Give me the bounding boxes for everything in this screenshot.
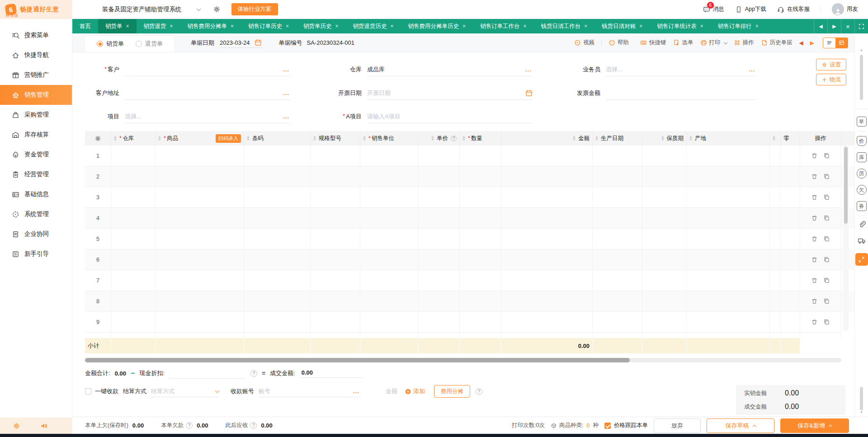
history-docs-button[interactable]: 历史单据: [761, 39, 793, 47]
invoice-date-input[interactable]: 开票日期: [367, 86, 533, 100]
cell[interactable]: [781, 208, 800, 229]
column-header-零[interactable]: 零: [781, 131, 800, 146]
cell[interactable]: [593, 229, 642, 249]
question-circle-icon[interactable]: ?: [451, 136, 457, 141]
row-actions[interactable]: [800, 270, 841, 291]
scroll-up-icon[interactable]: ▲: [860, 48, 863, 52]
rail-history-button[interactable]: 历: [857, 169, 867, 179]
warehouse-input[interactable]: 成品库...: [367, 63, 533, 76]
tab-销货单[interactable]: 销货单×: [98, 19, 137, 33]
cell[interactable]: [244, 146, 311, 166]
cell[interactable]: [593, 270, 642, 291]
logistics-button[interactable]: 物流: [816, 74, 846, 85]
help-button[interactable]: ?帮助: [609, 39, 629, 47]
sort-caret-icon[interactable]: [158, 136, 161, 141]
rail-coupon-button[interactable]: 券: [857, 201, 867, 211]
row-actions[interactable]: [800, 187, 841, 208]
cell[interactable]: [593, 208, 642, 229]
cell[interactable]: [642, 208, 687, 229]
cell[interactable]: [244, 166, 311, 187]
cell[interactable]: [770, 312, 781, 333]
cell[interactable]: [770, 146, 781, 166]
cell[interactable]: [311, 270, 360, 291]
cell[interactable]: [642, 166, 687, 187]
row-actions[interactable]: [800, 312, 841, 333]
cell[interactable]: [244, 291, 311, 312]
sort-caret-icon[interactable]: [595, 136, 598, 141]
cell[interactable]: [311, 312, 360, 333]
ellipsis-picker-icon[interactable]: ...: [749, 66, 756, 73]
cell[interactable]: [642, 229, 687, 249]
column-header-操作[interactable]: 操作: [800, 131, 841, 146]
cell[interactable]: [156, 249, 244, 270]
column-header-单价[interactable]: 单价?: [418, 131, 460, 146]
tab-钱货日清对账[interactable]: 钱货日清对账×: [594, 19, 650, 33]
column-header-销售单位[interactable]: *销售单位: [360, 131, 418, 146]
cell[interactable]: [642, 249, 687, 270]
cell[interactable]: [360, 187, 418, 208]
cell[interactable]: [687, 270, 770, 291]
row-actions[interactable]: [800, 146, 841, 166]
cell[interactable]: [111, 229, 156, 249]
cash-discount-input[interactable]: [169, 368, 246, 379]
cell[interactable]: [360, 249, 418, 270]
cell[interactable]: [781, 291, 800, 312]
discard-button[interactable]: 放弃: [654, 418, 701, 433]
copy-row-icon[interactable]: [823, 319, 830, 325]
cell[interactable]: [360, 270, 418, 291]
column-header-仓库[interactable]: *仓库: [111, 131, 156, 146]
sidebar-item-销售管理[interactable]: $销售管理: [0, 85, 72, 105]
cell[interactable]: [781, 312, 800, 333]
sidebar-item-系统管理[interactable]: 系统管理: [0, 204, 72, 224]
cell[interactable]: [311, 208, 360, 229]
column-header-商品[interactable]: *商品扫码录入: [156, 131, 244, 146]
cell[interactable]: [501, 291, 593, 312]
delete-row-icon[interactable]: [811, 256, 818, 263]
customer-address-input[interactable]: ...: [125, 86, 290, 100]
rail-price-button[interactable]: 价: [857, 136, 867, 146]
cell[interactable]: [642, 187, 687, 208]
cell[interactable]: [770, 249, 781, 270]
copy-row-icon[interactable]: [823, 215, 830, 221]
sidebar-item-快捷导航[interactable]: 快捷导航: [0, 45, 72, 65]
scrollbar-thumb[interactable]: [844, 147, 848, 224]
cell[interactable]: [501, 229, 593, 249]
cell[interactable]: [687, 208, 770, 229]
doc-date-input[interactable]: 2023-03-24: [219, 38, 263, 48]
cell[interactable]: [687, 187, 770, 208]
sort-caret-icon[interactable]: [661, 136, 664, 141]
list-view-button[interactable]: [823, 38, 835, 48]
cell[interactable]: [460, 312, 501, 333]
cell[interactable]: [460, 249, 501, 270]
settings-gear-icon[interactable]: [13, 422, 20, 430]
user-menu[interactable]: 用友: [832, 3, 858, 15]
delete-row-icon[interactable]: [811, 235, 818, 242]
delete-row-icon[interactable]: [811, 173, 818, 180]
ellipsis-picker-icon[interactable]: ...: [283, 113, 290, 120]
ellipsis-picker-icon[interactable]: ...: [283, 89, 290, 96]
tab-close-icon[interactable]: ×: [755, 23, 759, 29]
fullscreen-button[interactable]: [854, 19, 868, 33]
scrollbar-thumb[interactable]: [85, 358, 630, 362]
column-header-数量[interactable]: *数量: [460, 131, 501, 146]
tab-close-icon[interactable]: ×: [391, 23, 394, 29]
tab-销售订单历史[interactable]: 销售订单历史×: [241, 19, 296, 33]
sort-caret-icon[interactable]: [689, 136, 692, 141]
tabs-scroll-right-button[interactable]: ▶: [827, 19, 841, 33]
sort-caret-icon[interactable]: [313, 136, 316, 141]
customer-input[interactable]: ...: [125, 63, 290, 76]
save-draft-button[interactable]: 保存草稿: [707, 418, 774, 433]
tab-钱货日清工作台[interactable]: 钱货日清工作台×: [534, 19, 595, 33]
scrollbar-thumb[interactable]: [860, 55, 863, 100]
sort-caret-icon[interactable]: [114, 136, 117, 141]
cell[interactable]: [418, 166, 460, 187]
cell[interactable]: [642, 291, 687, 312]
cell[interactable]: [460, 208, 501, 229]
tabs-scroll-left-button[interactable]: ◀: [814, 19, 827, 33]
cell[interactable]: [501, 208, 593, 229]
cell[interactable]: [593, 249, 642, 270]
row-actions[interactable]: [800, 229, 841, 249]
video-button[interactable]: 视频: [574, 39, 594, 47]
tab-销售费用分摊单[interactable]: 销售费用分摊单×: [180, 19, 241, 33]
sort-caret-icon[interactable]: [247, 136, 250, 141]
